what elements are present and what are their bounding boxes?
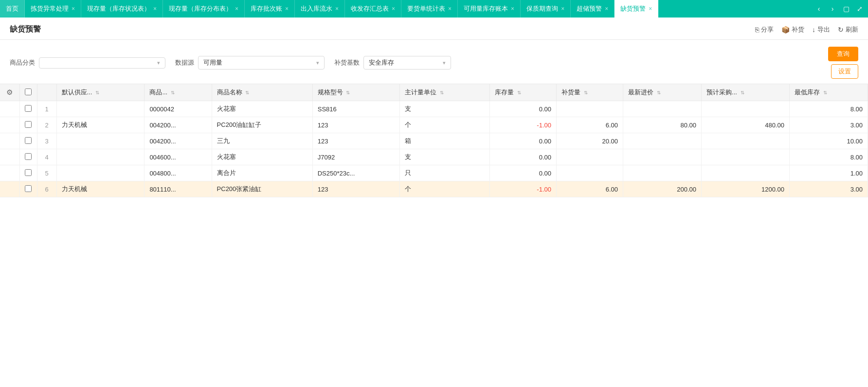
datasource-select[interactable]: 可用量 ▾ [198,56,325,70]
row-checkbox-cell-4 [19,165,37,181]
row-supplier-4 [56,165,145,181]
table-row: 6力天机械801110...PC200张紧油缸123个-1.006.00200.… [0,181,868,197]
tab-label-1: 拣货异常处理 [31,4,69,13]
tab-item-2[interactable]: 现存量（库存状况表）× [81,0,163,18]
settings-button[interactable]: 设置 [831,64,858,79]
tab-item-8[interactable]: 可用量库存账本× [458,0,521,18]
tab-close-11[interactable]: × [649,5,652,12]
tab-close-2[interactable]: × [153,5,157,12]
col-supplier-header[interactable]: 默认供应... ⇅ [56,84,145,101]
col-unit-header[interactable]: 主计量单位 ⇅ [400,84,490,101]
table-row: 5004800...离合片DS250*23c...只0.001.00 [0,165,868,181]
row-spec-1: 123 [312,117,399,133]
row-checkbox-0[interactable] [25,105,32,112]
tab-scroll-right[interactable]: › [826,2,839,15]
category-select[interactable]: ▾ [39,57,165,69]
est-sort-icon: ⇅ [741,90,744,95]
tab-item-6[interactable]: 收发存汇总表× [345,0,401,18]
export-action[interactable]: ↓ 导出 [812,25,830,34]
row-name-5: PC200张紧油缸 [212,181,312,197]
tab-close-7[interactable]: × [448,5,452,12]
col-price-header[interactable]: 最新进价 ⇅ [623,84,702,101]
row-checkbox-5[interactable] [25,185,32,192]
row-stock-1: -1.00 [489,117,556,133]
row-unit-4: 只 [400,165,490,181]
datasource-label: 数据源 [175,58,194,67]
row-index-1: 2 [37,117,56,133]
tab-nav-buttons: ‹ › ▢ ⤢ [811,2,868,15]
row-price-5: 200.00 [623,181,702,197]
row-code-1: 004200... [145,117,212,133]
tab-restore[interactable]: ▢ [840,2,852,15]
col-stock-header[interactable]: 库存量 ⇅ [489,84,556,101]
tab-close-10[interactable]: × [605,5,608,12]
tab-close-4[interactable]: × [285,5,289,12]
tab-close-1[interactable]: × [72,5,75,12]
col-name-header[interactable]: 商品名称 ⇅ [212,84,312,101]
tab-close-5[interactable]: × [335,5,339,12]
row-spec-5: 123 [312,181,399,197]
replenish-action[interactable]: 📦 补货 [781,25,804,34]
replenish-dropdown-icon: ▾ [443,60,446,66]
table-row: 3004200...三九123箱0.0020.0010.00 [0,133,868,149]
table-header-row: ⚙ 默认供应... ⇅ 商品... ⇅ 商品名称 [0,84,868,101]
tab-close-9[interactable]: × [561,5,564,12]
col-est-header[interactable]: 预计采购... ⇅ [702,84,790,101]
tab-expand[interactable]: ⤢ [853,2,866,15]
row-est-2 [702,133,790,149]
col-min-stock-header[interactable]: 最低库存 ⇅ [789,84,868,101]
replenish-base-select[interactable]: 安全库存 ▾ [363,56,451,70]
share-action[interactable]: ⎘ 分享 [755,25,774,34]
row-checkbox-cell-5 [19,181,37,197]
row-checkbox-2[interactable] [25,137,32,144]
tab-item-9[interactable]: 保质期查询× [521,0,571,18]
query-button[interactable]: 查询 [828,47,858,61]
row-unit-0: 支 [400,101,490,117]
row-price-1: 80.00 [623,117,702,133]
tab-close-3[interactable]: × [235,5,238,12]
row-name-4: 离合片 [212,165,312,181]
row-price-0 [623,101,702,117]
tab-item-11[interactable]: 缺货预警× [615,0,658,18]
tab-item-4[interactable]: 库存批次账× [245,0,295,18]
tab-item-7[interactable]: 要货单统计表× [401,0,458,18]
tab-label-11: 缺货预警 [620,4,646,13]
refresh-action[interactable]: ↻ 刷新 [838,25,858,34]
col-spec-header[interactable]: 规格型号 ⇅ [312,84,399,101]
row-checkbox-3[interactable] [25,153,32,160]
tab-item-0[interactable]: 首页 [0,0,25,18]
share-icon: ⎘ [755,26,759,34]
col-spec-label: 规格型号 [318,88,343,96]
row-code-0: 0000042 [145,101,212,117]
row-est-5: 1200.00 [702,181,790,197]
row-checkbox-1[interactable] [25,121,32,128]
refresh-icon: ↻ [838,26,844,34]
select-all-checkbox[interactable] [25,88,32,95]
col-code-header[interactable]: 商品... ⇅ [145,84,212,101]
tab-scroll-left[interactable]: ‹ [813,2,825,15]
table-gear-icon[interactable]: ⚙ [6,88,13,96]
tab-item-10[interactable]: 超储预警× [571,0,615,18]
tab-item-3[interactable]: 现存量（库存分布表）× [163,0,245,18]
row-index-0: 1 [37,101,56,117]
table-wrapper: ⚙ 默认供应... ⇅ 商品... ⇅ 商品名称 [0,84,868,197]
col-supplier-label: 默认供应... [62,88,92,96]
tab-label-2: 现存量（库存状况表） [87,4,150,13]
replenish-filter-group: 补货基数 安全库存 ▾ [334,56,451,70]
tab-item-5[interactable]: 出入库流水× [295,0,345,18]
filter-bar: 商品分类 ▾ 数据源 可用量 ▾ 补货基数 安全库存 ▾ 查询 设置 [0,40,868,84]
row-min-stock-5: 3.00 [789,181,868,197]
tab-close-8[interactable]: × [511,5,514,12]
tab-label-10: 超储预警 [577,4,602,13]
row-unit-3: 支 [400,149,490,165]
tab-item-1[interactable]: 拣货异常处理× [25,0,81,18]
tab-close-6[interactable]: × [392,5,395,12]
col-replenish-header[interactable]: 补货量 ⇅ [556,84,623,101]
row-checkbox-cell-2 [19,133,37,149]
row-index-3: 4 [37,149,56,165]
datasource-filter-group: 数据源 可用量 ▾ [175,56,325,70]
row-name-0: 火花塞 [212,101,312,117]
category-label: 商品分类 [10,58,35,67]
row-checkbox-4[interactable] [25,169,32,176]
row-supplier-3 [56,149,145,165]
